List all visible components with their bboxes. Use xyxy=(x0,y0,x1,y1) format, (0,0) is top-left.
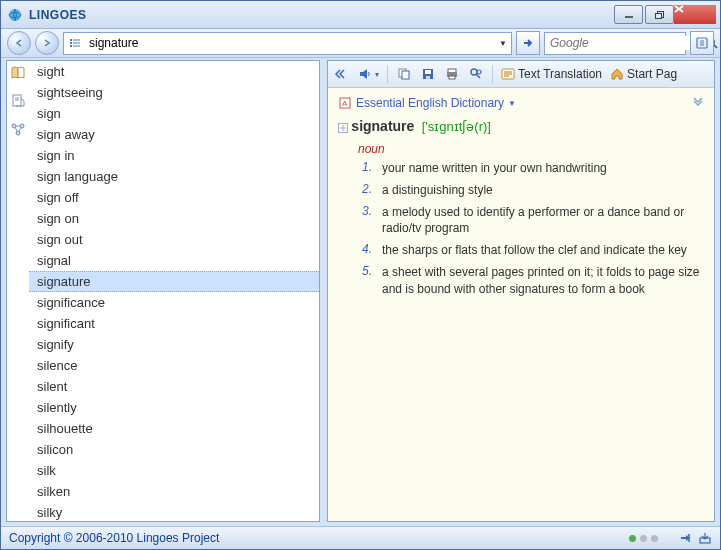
word-item[interactable]: significance xyxy=(29,292,319,313)
app-window: LINGOES ▼ xyxy=(0,0,721,550)
dictionary-source-icon: A xyxy=(338,96,352,110)
network-icon[interactable] xyxy=(10,121,26,137)
svg-rect-8 xyxy=(70,42,72,44)
word-item[interactable]: silicon xyxy=(29,439,319,460)
statusbar: Copyright © 2006-2010 Lingoes Project xyxy=(1,526,720,549)
dictionary-header[interactable]: A Essential English Dictionary ▼ xyxy=(338,96,704,110)
start-page-label: Start Pag xyxy=(627,67,677,81)
svg-point-0 xyxy=(9,9,21,21)
address-dropdown[interactable]: ▼ xyxy=(495,39,511,48)
tray-icon[interactable] xyxy=(698,531,712,545)
definition-text: a sheet with several pages printed on it… xyxy=(382,264,704,298)
word-item[interactable]: silently xyxy=(29,397,319,418)
expand-icon[interactable] xyxy=(338,123,348,133)
dictionary-body: A Essential English Dictionary ▼ signatu… xyxy=(328,88,714,521)
definition-text: a distinguishing style xyxy=(382,182,704,199)
splitter[interactable] xyxy=(320,58,327,526)
collapse-icon[interactable] xyxy=(692,96,704,106)
definition-row: 3.a melody used to identify a performer … xyxy=(358,204,704,238)
svg-line-25 xyxy=(15,127,17,131)
word-item[interactable]: silken xyxy=(29,481,319,502)
definition-number: 2. xyxy=(358,182,372,199)
left-pane: sightsightseeingsignsign awaysign insign… xyxy=(6,60,320,522)
svg-rect-31 xyxy=(425,70,431,74)
pronunciation: ['sɪgnɪtʃə(r)] xyxy=(422,119,491,134)
pin-icon[interactable] xyxy=(678,531,692,545)
right-toolbar: ▾ Text Translation xyxy=(328,61,714,88)
collapse-left-icon[interactable] xyxy=(333,66,349,82)
status-dot-green xyxy=(629,535,636,542)
svg-point-24 xyxy=(16,131,20,135)
app-icon xyxy=(7,7,23,23)
word-item[interactable]: signal xyxy=(29,250,319,271)
print-icon[interactable] xyxy=(444,66,460,82)
definition-row: 5.a sheet with several pages printed on … xyxy=(358,264,704,298)
app-title: LINGOES xyxy=(29,8,87,22)
left-iconbar xyxy=(7,61,29,521)
word-item[interactable]: significant xyxy=(29,313,319,334)
dictionary-icon[interactable] xyxy=(10,65,26,81)
speaker-dropdown[interactable]: ▾ xyxy=(375,70,379,79)
definition-number: 4. xyxy=(358,242,372,259)
word-list[interactable]: sightsightseeingsignsign awaysign insign… xyxy=(29,61,319,521)
word-item[interactable]: sign language xyxy=(29,166,319,187)
word-item[interactable]: silent xyxy=(29,376,319,397)
copy-icon[interactable] xyxy=(396,66,412,82)
status-dot-grey xyxy=(640,535,647,542)
word-item[interactable]: silhouette xyxy=(29,418,319,439)
save-icon[interactable] xyxy=(420,66,436,82)
status-indicators xyxy=(629,535,658,542)
svg-rect-4 xyxy=(655,13,661,18)
definition-row: 1.your name written in your own handwrit… xyxy=(358,160,704,177)
definition-row: 4.the sharps or flats that follow the cl… xyxy=(358,242,704,259)
forward-button[interactable] xyxy=(35,31,59,55)
word-item[interactable]: sign away xyxy=(29,124,319,145)
entry-header: signature ['sɪgnɪtʃə(r)] xyxy=(338,118,704,134)
history-icon[interactable] xyxy=(10,93,26,109)
svg-rect-9 xyxy=(70,45,72,47)
status-dot-grey xyxy=(651,535,658,542)
go-button[interactable] xyxy=(516,31,540,55)
copyright: Copyright © 2006-2010 Lingoes Project xyxy=(9,531,219,545)
dictionary-dropdown-icon[interactable]: ▼ xyxy=(508,99,516,108)
close-button[interactable] xyxy=(674,5,716,24)
word-item[interactable]: sign off xyxy=(29,187,319,208)
word-item[interactable]: sight xyxy=(29,61,319,82)
definition-number: 1. xyxy=(358,160,372,177)
svg-text:A: A xyxy=(342,99,348,108)
word-item[interactable]: sign xyxy=(29,103,319,124)
text-translation-button[interactable]: Text Translation xyxy=(501,67,602,81)
word-item[interactable]: sign out xyxy=(29,229,319,250)
right-pane: ▾ Text Translation xyxy=(327,60,715,522)
start-page-button[interactable]: Start Pag xyxy=(610,67,677,81)
svg-rect-32 xyxy=(426,76,430,79)
titlebar: LINGOES xyxy=(1,1,720,29)
word-item[interactable]: silky xyxy=(29,502,319,521)
entry-word: signature xyxy=(351,118,414,134)
search-input[interactable] xyxy=(545,36,706,50)
svg-rect-35 xyxy=(449,76,455,79)
appendix-button[interactable] xyxy=(690,31,714,55)
word-item[interactable]: signify xyxy=(29,334,319,355)
svg-point-36 xyxy=(471,69,477,75)
definition-row: 2.a distinguishing style xyxy=(358,182,704,199)
word-item[interactable]: sign in xyxy=(29,145,319,166)
find-icon[interactable] xyxy=(468,66,484,82)
index-icon xyxy=(68,36,82,50)
svg-line-14 xyxy=(714,45,718,49)
maximize-button[interactable] xyxy=(645,5,674,24)
lookup-input[interactable] xyxy=(86,36,495,50)
word-item[interactable]: sightseeing xyxy=(29,82,319,103)
speaker-icon[interactable] xyxy=(357,66,373,82)
main-toolbar: ▼ ▾ xyxy=(1,29,720,58)
back-button[interactable] xyxy=(7,31,31,55)
svg-line-26 xyxy=(19,127,21,131)
word-item[interactable]: sign on xyxy=(29,208,319,229)
word-item[interactable]: silk xyxy=(29,460,319,481)
dictionary-name: Essential English Dictionary xyxy=(356,96,504,110)
part-of-speech: noun xyxy=(358,142,704,156)
word-item[interactable]: silence xyxy=(29,355,319,376)
svg-rect-29 xyxy=(402,71,409,79)
minimize-button[interactable] xyxy=(614,5,643,24)
word-item[interactable]: signature xyxy=(29,271,319,292)
